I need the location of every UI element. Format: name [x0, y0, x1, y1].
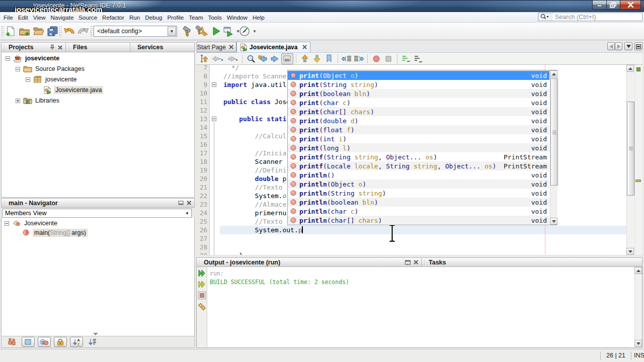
editor-tab-start-page[interactable]: Start Page — [197, 42, 236, 52]
toggle-bookmark-button[interactable] — [323, 53, 335, 64]
shift-right-button[interactable] — [353, 53, 365, 64]
stop-macro-button[interactable] — [382, 53, 394, 64]
code-fold-toggle-icon[interactable] — [212, 82, 216, 87]
rerun-with-options-button[interactable] — [198, 280, 206, 289]
find-next-button[interactable] — [269, 53, 281, 64]
new-project-button[interactable] — [18, 24, 31, 38]
output-scrollbar[interactable] — [634, 267, 642, 347]
splitter-collapse-icon[interactable] — [93, 333, 98, 335]
ant-settings-button[interactable] — [198, 302, 206, 311]
last-edit-button[interactable] — [198, 53, 210, 64]
build-project-button[interactable] — [180, 24, 193, 38]
completion-item[interactable]: print(float f)void — [288, 125, 549, 134]
previous-bookmark-button[interactable] — [299, 53, 311, 64]
menu-window[interactable]: Window — [224, 14, 250, 21]
completion-scrollbar[interactable] — [550, 70, 557, 225]
undo-button[interactable] — [62, 24, 76, 38]
completion-item[interactable]: print(Object o)void — [288, 71, 549, 80]
collapse-toggle-icon[interactable] — [6, 56, 10, 61]
completion-item[interactable]: print(char c)void — [288, 98, 549, 107]
menu-team[interactable]: Team — [186, 14, 205, 21]
menu-navigate[interactable]: Navigate — [48, 14, 76, 21]
navigator-item[interactable]: Josevicente — [5, 218, 59, 228]
close-panel-icon[interactable] — [413, 259, 419, 265]
expand-toggle-icon[interactable] — [16, 99, 20, 103]
completion-item[interactable]: print(double d)void — [288, 116, 549, 125]
completion-item[interactable]: println()void — [288, 170, 549, 179]
output-window-header[interactable]: Output - josevicente (run) — [196, 257, 422, 267]
menu-profile[interactable]: Profile — [165, 14, 186, 21]
scroll-tabs-left-icon[interactable] — [607, 42, 615, 50]
find-previous-button[interactable] — [257, 53, 269, 64]
tree-item-josevicente-java[interactable]: Josevicente.java — [36, 85, 103, 95]
profile-project-button[interactable] — [237, 24, 252, 38]
code-fold-toggle-icon[interactable] — [212, 117, 216, 121]
chevron-down-icon[interactable]: ▼ — [235, 58, 238, 62]
scroll-tabs-right-icon[interactable] — [615, 42, 622, 50]
scroll-down-icon[interactable] — [550, 218, 557, 225]
search-icon[interactable] — [538, 13, 552, 21]
clean-build-button[interactable] — [194, 24, 209, 38]
scroll-up-icon[interactable] — [550, 70, 557, 77]
editor-tab-josevicente-java[interactable]: Josevicente.java — [236, 42, 310, 52]
stop-build-button[interactable] — [198, 291, 206, 300]
tab-list-dropdown-icon[interactable] — [624, 42, 632, 50]
find-selection-button[interactable] — [245, 53, 257, 64]
menu-edit[interactable]: Edit — [16, 14, 31, 21]
scroll-down-icon[interactable] — [634, 340, 642, 347]
scrollbar-thumb[interactable] — [550, 78, 558, 186]
completion-item[interactable]: printf(Locale locale, String string, Obj… — [288, 161, 549, 170]
toggle-highlight-button[interactable] — [281, 53, 293, 64]
rerun-button[interactable] — [198, 269, 206, 278]
completion-item[interactable]: println(boolean bln)void — [288, 198, 549, 207]
menu-debug[interactable]: Debug — [142, 14, 165, 21]
chevron-down-icon[interactable]: ▼ — [220, 58, 224, 62]
collapse-toggle-icon[interactable] — [5, 221, 9, 226]
warning-mark[interactable] — [635, 179, 641, 182]
quick-search-box[interactable]: Search (Ctrl+I) — [538, 13, 642, 21]
completion-item[interactable]: print(String string)void — [288, 80, 549, 89]
close-panel-icon[interactable] — [186, 200, 192, 206]
menu-tools[interactable]: Tools — [206, 14, 224, 21]
show-non-public-filter-button[interactable] — [54, 337, 67, 347]
completion-item[interactable]: print(boolean bln)void — [288, 89, 549, 98]
open-project-button[interactable] — [32, 24, 45, 38]
pin-icon[interactable] — [49, 44, 55, 50]
show-inherited-filter-button[interactable] — [6, 337, 19, 347]
float-window-icon[interactable] — [405, 259, 411, 265]
debug-project-button[interactable] — [222, 24, 235, 38]
completion-item[interactable]: print(int i)void — [288, 134, 549, 143]
close-tab-icon[interactable] — [302, 44, 307, 50]
completion-item[interactable]: println(Object o)void — [288, 179, 549, 189]
redo-button[interactable] — [76, 24, 91, 38]
menu-file[interactable]: File — [1, 14, 16, 21]
shift-left-button[interactable] — [341, 53, 353, 64]
tree-item-libraries[interactable]: Libraries — [16, 96, 61, 106]
uncomment-button[interactable] — [412, 53, 424, 64]
new-file-button[interactable] — [4, 24, 17, 38]
completion-item[interactable]: print(char[] chars)void — [288, 107, 549, 116]
completion-item[interactable]: println(String string)void — [288, 189, 549, 198]
completion-item[interactable]: println(char[] chars)void — [288, 216, 549, 225]
collapse-toggle-icon[interactable] — [16, 67, 20, 71]
next-bookmark-button[interactable] — [311, 53, 323, 64]
menu-run[interactable]: Run — [127, 14, 142, 21]
close-panel-icon[interactable] — [57, 45, 63, 50]
menu-view[interactable]: View — [31, 14, 48, 21]
minimize-window-icon[interactable] — [178, 200, 184, 206]
scrollbar-thumb[interactable] — [627, 102, 634, 196]
menu-help[interactable]: Help — [250, 14, 267, 21]
navigator-view-select[interactable]: Members View ▼ — [2, 209, 192, 218]
completion-item[interactable]: print(long l)void — [288, 143, 549, 152]
completion-item[interactable]: println(char c)void — [288, 207, 549, 216]
show-static-filter-button[interactable]: S — [38, 337, 51, 347]
close-tab-icon[interactable] — [228, 44, 234, 50]
collapse-toggle-icon[interactable] — [26, 77, 30, 82]
chevron-down-icon[interactable]: ▼ — [253, 29, 257, 34]
scroll-up-icon[interactable] — [634, 267, 642, 274]
panel-tab-files[interactable]: Files — [66, 42, 130, 52]
editor-vertical-scrollbar[interactable] — [626, 65, 634, 255]
restore-button[interactable] — [607, 1, 620, 10]
save-all-button[interactable] — [46, 24, 59, 38]
tree-item-josevicente[interactable]: josevicente — [6, 53, 61, 63]
